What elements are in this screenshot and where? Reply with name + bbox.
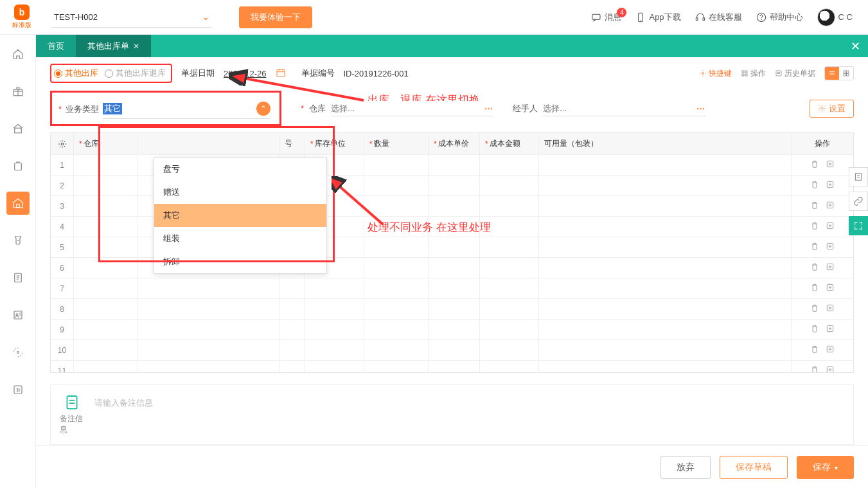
view-grid-icon[interactable] [839, 67, 853, 80]
svg-rect-11 [14, 128, 21, 133]
table-row[interactable]: 7 [51, 278, 853, 299]
add-row-icon[interactable] [826, 303, 835, 314]
option-zuzhuang[interactable]: 组装 [154, 227, 326, 250]
delete-row-icon[interactable] [810, 283, 819, 294]
add-row-icon[interactable] [826, 262, 835, 273]
table-row[interactable]: 8 [51, 299, 853, 320]
messages-link[interactable]: 消息 4 [591, 12, 621, 23]
shortcut-link[interactable]: 快捷键 [699, 68, 732, 79]
row-index: 8 [51, 299, 74, 320]
option-chaixie[interactable]: 拆卸 [154, 250, 326, 273]
warehouse-select[interactable] [331, 101, 493, 116]
svg-rect-31 [742, 71, 744, 73]
delete-row-icon[interactable] [810, 345, 819, 356]
close-all-tabs[interactable]: ✕ [842, 35, 868, 57]
svg-rect-5 [703, 17, 705, 20]
radio-other-outbound[interactable]: 其他出库 [54, 68, 98, 79]
delete-row-icon[interactable] [810, 180, 819, 191]
table-row[interactable]: 9 [51, 320, 853, 340]
row-index: 7 [51, 278, 74, 299]
table-row[interactable]: 11 [51, 361, 853, 373]
nav-gift-icon[interactable] [6, 80, 30, 103]
help-link[interactable]: 帮助中心 [756, 12, 803, 23]
nav-sync-icon[interactable] [6, 341, 30, 364]
nav-contacts-icon[interactable] [6, 303, 30, 327]
user-menu[interactable]: C C [817, 8, 853, 26]
remark-section: 备注信息 [50, 384, 854, 445]
svg-text:新: 新 [15, 388, 20, 392]
calendar-icon[interactable] [276, 68, 286, 80]
delete-row-icon[interactable] [810, 201, 819, 212]
org-selector[interactable]: TEST-H002 ⌄ [51, 7, 212, 28]
delete-row-icon[interactable] [810, 221, 819, 232]
close-tab-icon[interactable]: ✕ [133, 42, 139, 51]
option-pankui[interactable]: 盘亏 [154, 158, 326, 181]
add-row-icon[interactable] [826, 180, 835, 191]
svg-rect-12 [14, 163, 21, 170]
col-available: 可用量（包装） [539, 133, 792, 155]
tab-other-outbound[interactable]: 其他出库单✕ [76, 35, 151, 57]
add-row-icon[interactable] [826, 242, 835, 253]
operate-link[interactable]: 操作 [741, 68, 766, 79]
delete-row-icon[interactable] [810, 262, 819, 273]
row-index: 4 [51, 217, 74, 237]
bill-date-value[interactable]: 2019-12-26 [224, 69, 267, 78]
customer-service-link[interactable]: 在线客服 [695, 12, 742, 23]
history-link[interactable]: 历史单据 [775, 68, 815, 79]
save-button[interactable]: 保存▾ [797, 456, 854, 479]
col-settings-icon[interactable] [51, 133, 74, 155]
delete-row-icon[interactable] [810, 324, 819, 335]
rail-expand-icon[interactable] [849, 216, 868, 235]
rail-note-icon[interactable] [849, 167, 868, 186]
nav-sale-icon[interactable] [6, 154, 30, 177]
radio-other-outbound-return[interactable]: 其他出库退库 [105, 68, 166, 79]
delete-row-icon[interactable] [810, 242, 819, 253]
add-row-icon[interactable] [826, 159, 835, 170]
option-qita[interactable]: 其它 [154, 204, 326, 227]
svg-point-45 [821, 107, 823, 109]
app-download-link[interactable]: App下载 [635, 12, 680, 23]
nav-new-icon[interactable]: 新 [6, 378, 30, 401]
warehouse-label: 仓库 [309, 103, 326, 114]
messages-badge: 4 [617, 8, 626, 17]
svg-rect-42 [847, 71, 849, 73]
biz-type-select[interactable]: 其它 ⌃ [103, 99, 270, 119]
row-index: 11 [51, 361, 74, 373]
delete-row-icon[interactable] [810, 159, 819, 170]
trial-button[interactable]: 我要体验一下 [239, 6, 312, 28]
add-row-icon[interactable] [826, 201, 835, 212]
nav-finance-icon[interactable] [6, 229, 30, 252]
delete-row-icon[interactable] [810, 303, 819, 314]
bill-no-value: ID-20191226-001 [344, 69, 409, 78]
tab-home[interactable]: 首页 [36, 35, 76, 57]
delete-row-icon[interactable] [810, 365, 819, 373]
add-row-icon[interactable] [826, 221, 835, 232]
chevron-down-icon: ⌄ [202, 12, 209, 22]
more-icon[interactable]: ⋯ [484, 104, 493, 113]
note-icon [64, 394, 80, 411]
add-row-icon[interactable] [826, 324, 835, 335]
handler-select[interactable] [543, 101, 705, 116]
nav-report-icon[interactable] [6, 266, 30, 289]
svg-rect-13 [16, 204, 19, 208]
save-draft-button[interactable]: 保存草稿 [720, 456, 788, 479]
view-list-icon[interactable] [825, 67, 839, 80]
option-zengsong[interactable]: 赠送 [154, 181, 326, 204]
remark-input[interactable] [94, 394, 844, 411]
svg-rect-32 [745, 71, 747, 73]
discard-button[interactable]: 放弃 [660, 456, 711, 479]
rail-link-icon[interactable] [849, 192, 868, 211]
more-icon[interactable]: ⋯ [696, 104, 705, 113]
add-row-icon[interactable] [826, 345, 835, 356]
bill-date-label: 单据日期 [181, 68, 215, 79]
nav-stock-icon[interactable] [6, 192, 30, 215]
bill-no-label: 单据编号 [301, 68, 335, 79]
add-row-icon[interactable] [826, 365, 835, 373]
settings-button[interactable]: 设置 [810, 100, 854, 118]
nav-home-icon[interactable] [6, 42, 30, 66]
add-row-icon[interactable] [826, 283, 835, 294]
table-row[interactable]: 10 [51, 340, 853, 361]
nav-purchase-icon[interactable] [6, 117, 30, 140]
col-price: *成本单价 [429, 133, 480, 155]
svg-rect-43 [844, 74, 846, 77]
